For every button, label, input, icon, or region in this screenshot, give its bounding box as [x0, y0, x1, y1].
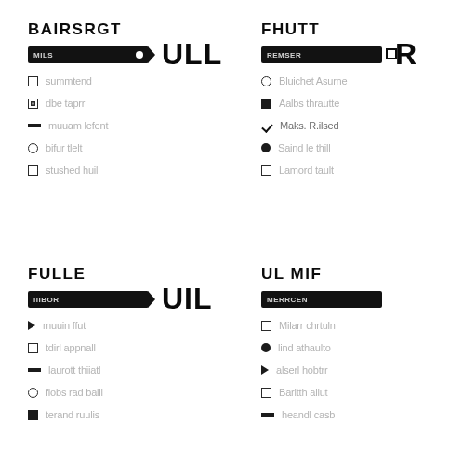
list-item[interactable]: muuin ffut — [28, 317, 149, 334]
list-item[interactable]: terand ruulis — [28, 406, 149, 423]
list-item[interactable]: bifur tlelt — [28, 139, 149, 156]
panel-big-label: ULL — [162, 39, 222, 69]
panel-big-label: UIL — [162, 284, 213, 313]
caret-right-icon — [261, 365, 269, 375]
list-item-label: tdirl appnall — [46, 342, 96, 353]
list-item[interactable]: alserl hobtrr — [261, 362, 382, 378]
check-icon — [261, 120, 272, 131]
dash-icon — [28, 368, 41, 372]
option-list: summtend dbe taprr muuam lefent bifur tl… — [28, 73, 149, 178]
panel-title: FHUTT — [261, 20, 382, 39]
list-item[interactable]: Baritth allut — [261, 384, 382, 401]
section-bar[interactable]: mils — [28, 46, 149, 63]
list-item-label: lind athaulto — [278, 342, 331, 353]
panel-bottom-left: FULLE iiibor muuin ffut tdirl appnall la… — [28, 265, 252, 476]
list-item-label: muuin ffut — [43, 320, 86, 331]
section-bar-label: remser — [267, 51, 301, 60]
checkbox-empty-icon — [261, 165, 271, 176]
list-item-label: Lamord tault — [279, 165, 334, 176]
panel-list-column: UL MIF merrcen Milarr chrtuln lind athau… — [261, 265, 382, 423]
checkbox-empty-icon — [261, 388, 271, 398]
list-item-label: muuam lefent — [48, 120, 108, 131]
list-item-label: Aalbs thrautte — [279, 98, 339, 109]
section-bar-label: merrcen — [267, 296, 308, 304]
list-item-label: flobs rad baill — [46, 387, 103, 398]
checkbox-filled-icon — [261, 99, 271, 109]
panel-top-left: BAIRSRGT mils summtend dbe taprr muuam l… — [28, 20, 252, 258]
list-item-label: alserl hobtrr — [276, 364, 327, 376]
list-item-label: dbe taprr — [46, 98, 85, 109]
panel-title: UL MIF — [261, 265, 382, 284]
section-bar[interactable]: iiibor — [28, 291, 149, 308]
section-bar-label: iiibor — [33, 296, 59, 304]
list-item[interactable]: Bluichet Asurne — [261, 73, 382, 89]
dash-icon — [28, 124, 41, 127]
panels-grid: BAIRSRGT mils summtend dbe taprr muuam l… — [0, 0, 476, 476]
panel-top-right: FHUTT remser Bluichet Asurne Aalbs thrau… — [261, 20, 476, 258]
list-item[interactable]: lind athaulto — [261, 339, 382, 356]
list-item[interactable]: stushed huil — [28, 162, 149, 178]
list-item-label: bifur tlelt — [46, 142, 82, 153]
section-bar[interactable]: remser — [261, 46, 382, 63]
checkbox-filled-icon — [28, 410, 38, 420]
panel-title: BAIRSRGT — [28, 20, 149, 39]
list-item-label: terand ruulis — [46, 409, 99, 420]
panel-bottom-right: UL MIF merrcen Milarr chrtuln lind athau… — [261, 265, 476, 476]
list-item[interactable]: heandl casb — [261, 406, 382, 423]
radio-empty-icon — [28, 143, 38, 153]
list-item[interactable]: Maks. R.ilsed — [261, 117, 382, 134]
list-item[interactable]: summtend — [28, 73, 149, 89]
panel-list-column: BAIRSRGT mils summtend dbe taprr muuam l… — [28, 20, 149, 178]
panel-list-column: FULLE iiibor muuin ffut tdirl appnall la… — [28, 265, 149, 423]
list-item[interactable]: dbe taprr — [28, 95, 149, 112]
dash-icon — [261, 413, 274, 416]
list-item[interactable]: tdirl appnall — [28, 339, 149, 356]
section-bar[interactable]: merrcen — [261, 291, 382, 308]
list-item[interactable]: Saind le thill — [261, 139, 382, 156]
bullet-dot-icon — [261, 143, 271, 152]
checkbox-nested-icon — [28, 99, 38, 109]
radio-empty-icon — [28, 388, 38, 398]
checkbox-empty-icon — [28, 76, 38, 86]
list-item-label: Saind le thill — [278, 142, 331, 153]
panel-big-label: R — [395, 39, 417, 69]
checkbox-empty-icon — [28, 165, 38, 176]
list-item[interactable]: muuam lefent — [28, 117, 149, 134]
list-item-label: Bluichet Asurne — [279, 75, 347, 86]
dot-icon — [136, 51, 143, 59]
chevron-right-icon — [148, 291, 155, 308]
list-item-label: Milarr chrtuln — [279, 320, 336, 331]
list-item-label: Baritth allut — [279, 387, 327, 398]
section-bar-label: mils — [33, 51, 53, 60]
list-item[interactable]: Aalbs thrautte — [261, 95, 382, 112]
list-item[interactable]: flobs rad baill — [28, 384, 149, 401]
list-item-label: summtend — [46, 75, 92, 86]
list-item[interactable]: laurott thiiatl — [28, 362, 149, 378]
option-list: Milarr chrtuln lind athaulto alserl hobt… — [261, 317, 382, 423]
square-icon — [386, 48, 397, 60]
list-item[interactable]: Milarr chrtuln — [261, 317, 382, 334]
panel-title: FULLE — [28, 265, 149, 284]
list-item-label: laurott thiiatl — [48, 364, 100, 376]
option-list: Bluichet Asurne Aalbs thrautte Maks. R.i… — [261, 73, 382, 178]
caret-right-icon — [28, 321, 35, 330]
checkbox-empty-icon — [28, 343, 38, 353]
radio-empty-icon — [261, 76, 271, 86]
list-item[interactable]: Lamord tault — [261, 162, 382, 178]
chevron-right-icon — [148, 46, 155, 63]
panel-list-column: FHUTT remser Bluichet Asurne Aalbs thrau… — [261, 20, 382, 178]
list-item-label: Maks. R.ilsed — [280, 120, 338, 131]
bullet-dot-icon — [261, 343, 271, 352]
list-item-label: heandl casb — [282, 409, 335, 420]
option-list: muuin ffut tdirl appnall laurott thiiatl… — [28, 317, 149, 423]
list-item-label: stushed huil — [46, 165, 98, 176]
checkbox-empty-icon — [261, 321, 271, 331]
